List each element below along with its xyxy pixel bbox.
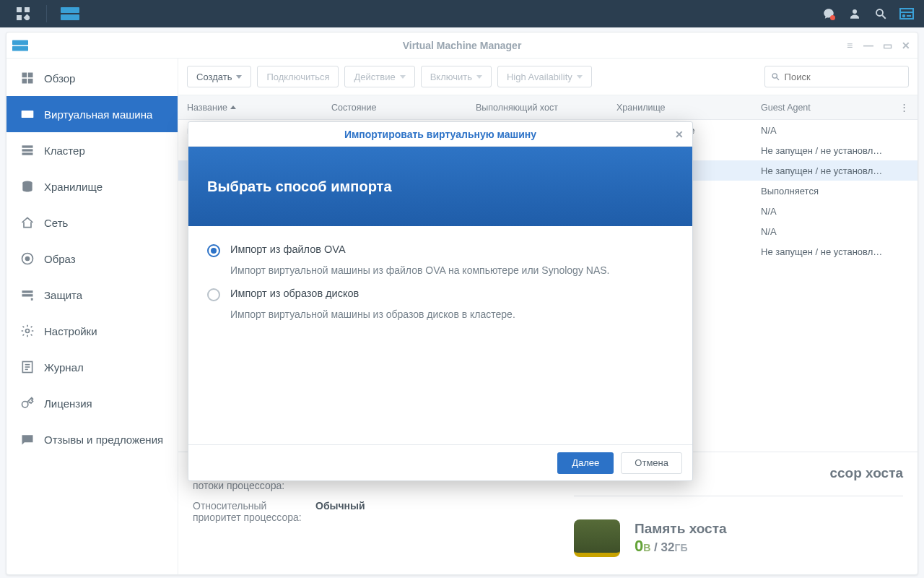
import-dialog: Импортировать виртуальную машину ✕ Выбра… [188,121,693,481]
cancel-button[interactable]: Отмена [621,452,682,474]
radio-ova-desc: Импорт виртуальной машины из файлов OVA … [230,264,674,276]
radio-ova-label: Импорт из файлов OVA [230,243,346,255]
next-button[interactable]: Далее [557,452,614,474]
dialog-banner: Выбрать способ импорта [188,147,692,226]
dialog-title: Импортировать виртуальную машину [344,129,536,140]
radio-disk[interactable] [207,288,220,301]
radio-disk-label: Импорт из образов дисков [230,288,359,299]
dialog-close-icon[interactable]: ✕ [672,127,687,142]
radio-disk-desc: Импорт виртуальной машины из образов дис… [230,309,674,320]
radio-ova[interactable] [207,244,220,257]
